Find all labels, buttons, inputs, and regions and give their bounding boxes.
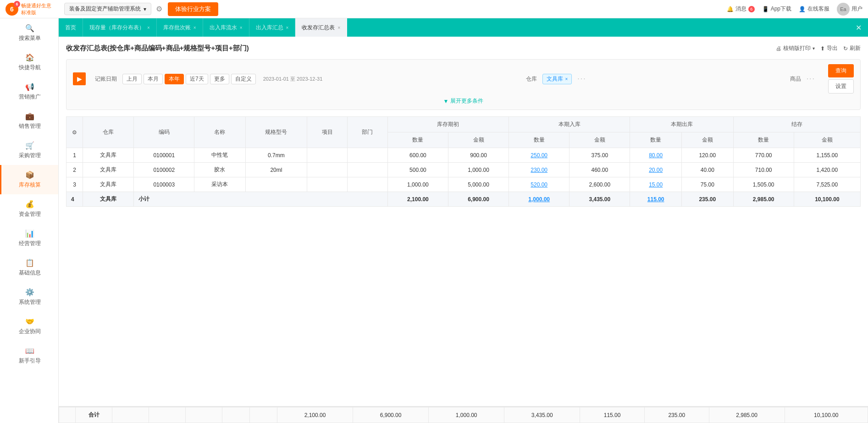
col-opening-amt-header: 金额: [448, 132, 509, 148]
col-out-amt-header: 金额: [682, 132, 734, 148]
filter-toggle[interactable]: ▶: [73, 72, 86, 85]
sidebar-item-guide[interactable]: 📖 新手引导: [0, 341, 58, 370]
total-out-amt: 235.00: [644, 407, 709, 423]
tab-home[interactable]: 首页: [59, 18, 83, 37]
subtotal-opening-qty: 2,100.00: [387, 192, 448, 207]
sidebar-item-inventory[interactable]: 📦 库存核算: [0, 165, 58, 194]
top-header: 6 6 畅捷通好生意 标准版 装备及固定资产辅助管理系统 ▾ ⚙ 体验行业方案 …: [0, 0, 868, 18]
table-row: 3 文具库 0100003 采访本 1,000.00 5,000.00 520.…: [66, 177, 861, 192]
table-row: 2 文具库 0100002 胶水 20ml 500.00 1,000.00 23…: [66, 163, 861, 177]
tab-close-icon[interactable]: ×: [286, 25, 289, 30]
subtotal-in-qty-link[interactable]: 1,000.00: [528, 196, 550, 203]
handshake-icon: 🤝: [25, 317, 34, 326]
export-button[interactable]: ⬆ 导出: [820, 44, 838, 52]
in-qty-link[interactable]: 520.00: [531, 181, 547, 188]
sidebar-item-system[interactable]: ⚙️ 系统管理: [0, 282, 58, 312]
refresh-button[interactable]: ↻ 刷新: [843, 44, 861, 52]
row-in-qty: 250.00: [509, 148, 569, 163]
close-all-tabs-button[interactable]: ✕: [849, 18, 868, 37]
col-balance-amt-header: 金额: [794, 132, 860, 148]
total-empty2: [112, 407, 149, 423]
date-btn-7days[interactable]: 近7天: [186, 74, 208, 84]
sidebar-item-quicknav[interactable]: 🏠 快捷导航: [0, 48, 58, 77]
row-out-qty: 15.00: [630, 177, 682, 192]
row-balance-amt: 1,420.00: [794, 163, 860, 177]
sidebar-item-finance[interactable]: 💰 资金管理: [0, 194, 58, 224]
clipboard-icon: 📋: [25, 258, 34, 267]
logo-icon: 6 6: [6, 3, 18, 16]
row-no: 1: [66, 148, 83, 163]
query-button[interactable]: 查询: [828, 64, 854, 77]
date-btn-more[interactable]: 更多: [210, 74, 229, 84]
tab-close-icon[interactable]: ×: [240, 25, 243, 30]
tab-summary[interactable]: 出入库汇总 ×: [249, 18, 296, 37]
warehouse-more-dots[interactable]: ···: [577, 75, 586, 83]
in-qty-link[interactable]: 230.00: [531, 167, 547, 173]
total-empty1: [59, 407, 76, 423]
sidebar-item-collab[interactable]: 🤝 企业协同: [0, 312, 58, 341]
total-in-qty: 1,000.00: [429, 407, 504, 423]
page-content: 收发存汇总表(按仓库+商品编码+商品+规格型号+项目+部门) 🖨 核销版打印 ▾…: [59, 37, 868, 406]
row-goods-spec: 0.7mm: [245, 148, 307, 163]
settings-icon[interactable]: ⚙: [72, 129, 77, 136]
export-label: 导出: [827, 44, 838, 52]
tab-close-icon[interactable]: ×: [194, 25, 196, 30]
online-service-label: 在线客服: [807, 5, 829, 13]
expand-filter-button[interactable]: ▼ 展开更多条件: [73, 97, 854, 105]
date-range-text: 2023-01-01 至 2023-12-31: [263, 76, 323, 82]
subtotal-out-qty-link[interactable]: 115.00: [647, 196, 664, 203]
sidebar-item-marketing[interactable]: 📢 营销推广: [0, 77, 58, 106]
col-out-header: 本期出库: [630, 117, 733, 132]
sidebar-item-sales[interactable]: 💼 销售管理: [0, 106, 58, 136]
sidebar-item-operations[interactable]: 📊 经营管理: [0, 224, 58, 253]
row-balance-amt: 1,155.00: [794, 148, 860, 163]
subtotal-balance-qty: 2,985.00: [733, 192, 794, 207]
user-item[interactable]: Ea 用户: [837, 3, 862, 16]
out-qty-link[interactable]: 20.00: [649, 167, 663, 173]
filter-row: ▶ 记账日期 上月 本月 本年 近7天 更多 自定义 2023-01-01 至 …: [73, 64, 854, 93]
tab-label: 首页: [65, 24, 76, 32]
col-goodsname-header: 名称: [194, 117, 245, 148]
tab-inventory-dist[interactable]: 现存量（库存分布表） ×: [83, 18, 157, 37]
sidebar-item-purchase[interactable]: 🛒 采购管理: [0, 136, 58, 165]
trial-button[interactable]: 体验行业方案: [168, 2, 218, 16]
total-balance-amt: 10,100.00: [785, 407, 868, 423]
tab-flow[interactable]: 出入库流水 ×: [203, 18, 249, 37]
col-goodscode-header: 编码: [134, 117, 194, 148]
row-balance-qty: 1,505.00: [733, 177, 794, 192]
date-btn-this-month[interactable]: 本月: [144, 74, 163, 84]
goods-more-dots[interactable]: ···: [807, 75, 815, 83]
sidebar-item-search[interactable]: 🔍 搜索菜单: [0, 18, 58, 48]
sidebar-item-basicinfo[interactable]: 📋 基础信息: [0, 253, 58, 282]
tab-close-icon[interactable]: ×: [337, 25, 340, 30]
row-goods-spec: 20ml: [245, 163, 307, 177]
tab-receive-send[interactable]: 收发存汇总表 ×: [295, 18, 347, 37]
table-row: 1 文具库 0100001 中性笔 0.7mm 600.00 900.00 25…: [66, 148, 861, 163]
row-warehouse: 文具库: [83, 163, 134, 177]
gear-icon[interactable]: ⚙: [156, 5, 162, 13]
out-qty-link[interactable]: 15.00: [649, 181, 663, 188]
row-no: 2: [66, 163, 83, 177]
warehouse-tag-text: 文具库: [547, 75, 563, 83]
footer-total: 合计 2,100.00 6,900.00 1,000.00 3,435.00 1…: [59, 406, 868, 423]
app-download-item[interactable]: 📱 App下载: [762, 5, 791, 13]
out-qty-link[interactable]: 80.00: [649, 152, 663, 159]
system-selector[interactable]: 装备及固定资产辅助管理系统 ▾: [64, 3, 151, 15]
notification-item[interactable]: 🔔 消息 6: [727, 5, 755, 13]
col-warehouse-header: 仓库: [83, 117, 134, 148]
in-qty-link[interactable]: 250.00: [531, 152, 547, 159]
date-btn-custom[interactable]: 自定义: [231, 74, 256, 84]
date-btn-this-year[interactable]: 本年: [165, 74, 184, 84]
date-btn-last-month[interactable]: 上月: [122, 74, 142, 84]
subtotal-opening-amt: 6,900.00: [448, 192, 509, 207]
set-button[interactable]: 设置: [828, 79, 854, 93]
online-service-item[interactable]: 👤 在线客服: [799, 5, 829, 13]
warehouse-tag-close-button[interactable]: ×: [565, 77, 568, 82]
print-button[interactable]: 🖨 核销版打印 ▾: [776, 44, 815, 52]
col-out-qty-header: 数量: [630, 132, 682, 148]
row-department: [348, 148, 388, 163]
tab-close-icon[interactable]: ×: [147, 25, 150, 30]
col-settings-header: ⚙: [66, 117, 83, 148]
row-out-qty: 20.00: [630, 163, 682, 177]
tab-batch[interactable]: 库存批次账 ×: [157, 18, 203, 37]
